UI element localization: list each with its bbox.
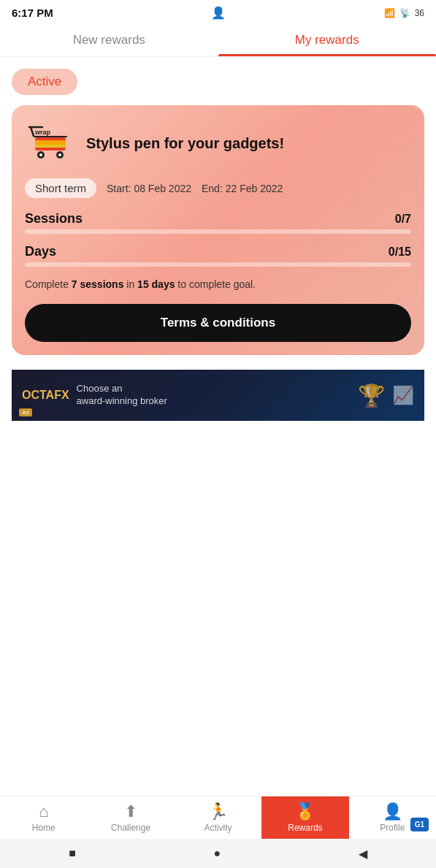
short-term-tag: Short term — [25, 178, 96, 198]
status-time: 6:17 PM — [12, 7, 53, 19]
active-badge: Active — [12, 69, 77, 95]
signal-icon: 📶 — [384, 8, 395, 18]
ad-chart-icon: 📈 — [392, 385, 414, 406]
nav-home-label: Home — [32, 823, 56, 833]
tab-my-rewards[interactable]: My rewards — [218, 23, 437, 56]
nav-activity[interactable]: 🏃 Activity — [175, 796, 261, 839]
wifi-icon: 📡 — [399, 8, 410, 18]
nav-rewards[interactable]: 🏅 Rewards — [261, 796, 348, 839]
days-progress-bar — [25, 262, 411, 267]
sys-home-btn[interactable]: ■ — [69, 847, 76, 860]
ad-brand-name: OCTAFX — [22, 389, 69, 402]
bottom-nav: ⌂ Home ⬆ Challenge 🏃 Activity 🏅 Rewards … — [0, 796, 436, 839]
rewards-icon: 🏅 — [295, 804, 315, 820]
ad-text-block: Choose an award-winning broker — [77, 383, 167, 408]
nav-rewards-label: Rewards — [288, 823, 322, 833]
nav-home[interactable]: ⌂ Home — [0, 796, 87, 839]
activity-icon: 🏃 — [208, 804, 228, 820]
sessions-section: Sessions 0/7 — [25, 211, 411, 234]
status-bar: 6:17 PM 👤 📶 📡 36 — [0, 0, 436, 23]
challenge-icon: ⬆ — [124, 804, 137, 820]
status-icons: 📶 📡 36 — [384, 8, 424, 18]
reward-title: Stylus pen for your gadgets! — [86, 134, 284, 153]
home-icon: ⌂ — [39, 804, 48, 820]
svg-rect-5 — [35, 140, 66, 145]
profile-icon: 👤 — [383, 804, 402, 820]
brand-logo: wrap — [25, 120, 76, 167]
svg-line-1 — [31, 127, 34, 136]
svg-point-10 — [58, 153, 61, 156]
sys-circle-btn[interactable]: ● — [213, 847, 221, 860]
system-nav: ■ ● ◀ — [0, 839, 436, 868]
nav-activity-label: Activity — [204, 823, 232, 833]
tab-header: New rewards My rewards — [0, 23, 436, 57]
ad-banner: OCTAFX Choose an award-winning broker Ad… — [12, 370, 424, 421]
status-icon-face: 👤 — [211, 6, 226, 20]
main-content: Active wrap — [0, 57, 436, 433]
watermark: G1 — [410, 818, 429, 831]
days-label: Days — [25, 244, 56, 259]
days-row: Days 0/15 — [25, 244, 411, 259]
card-header: wrap Stylus pen for your gadgets! — [25, 120, 411, 167]
days-section: Days 0/15 — [25, 244, 411, 267]
reward-card: wrap Stylus pen for your gadgets! Short … — [12, 105, 424, 355]
battery-icon: 36 — [415, 8, 424, 18]
ad-label: Ad — [19, 408, 32, 416]
svg-text:wrap: wrap — [34, 129, 51, 136]
svg-rect-0 — [34, 136, 67, 137]
sessions-label: Sessions — [25, 211, 83, 226]
start-date: Start: 08 Feb 2022 — [107, 183, 191, 194]
sys-back-btn[interactable]: ◀ — [359, 847, 367, 861]
nav-profile-label: Profile — [380, 823, 405, 833]
nav-challenge[interactable]: ⬆ Challenge — [87, 796, 174, 839]
tab-new-rewards[interactable]: New rewards — [0, 23, 218, 56]
tags-row: Short term Start: 08 Feb 2022 End: 22 Fe… — [25, 178, 411, 198]
end-date: End: 22 Feb 2022 — [202, 183, 283, 194]
sessions-value: 0/7 — [395, 213, 411, 226]
svg-point-8 — [39, 153, 42, 156]
goal-description: Complete 7 sessions in 15 days to comple… — [25, 277, 411, 292]
sessions-progress-bar — [25, 229, 411, 234]
svg-rect-6 — [35, 145, 66, 148]
terms-conditions-button[interactable]: Terms & conditions — [25, 304, 411, 342]
wrap-logo-svg: wrap — [25, 120, 76, 164]
ad-trophy-icon: 🏆 — [358, 383, 385, 408]
nav-challenge-label: Challenge — [111, 823, 150, 833]
days-value: 0/15 — [389, 245, 411, 259]
sessions-row: Sessions 0/7 — [25, 211, 411, 226]
ad-line2: award-winning broker — [77, 395, 167, 408]
ad-line1: Choose an — [77, 383, 167, 395]
ad-brand: OCTAFX — [22, 389, 69, 402]
